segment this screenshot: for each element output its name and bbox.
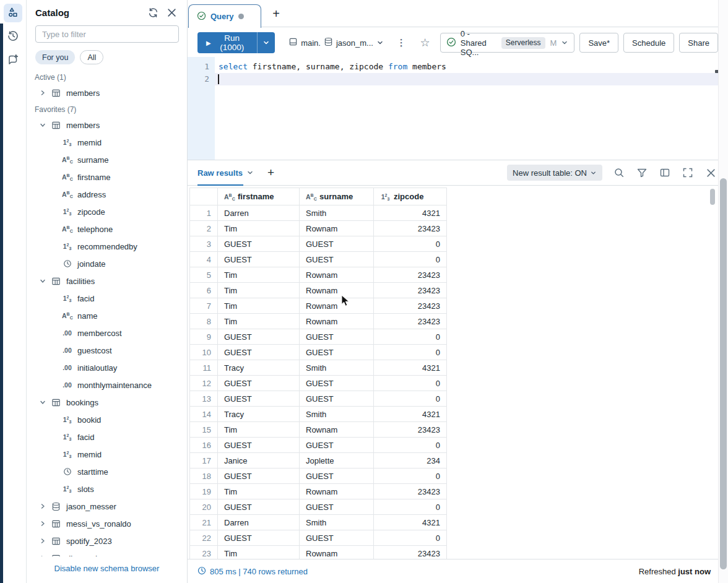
tree-item-initialoutlay[interactable]: .00initialoutlay — [27, 359, 187, 376]
chevron-right-icon[interactable] — [38, 90, 47, 96]
row-number[interactable]: 4 — [190, 252, 218, 267]
row-number[interactable]: 10 — [190, 345, 218, 360]
cell-zipcode[interactable]: 0 — [374, 530, 447, 546]
row-number[interactable]: 22 — [190, 530, 218, 546]
cell-firstname[interactable]: GUEST — [218, 391, 300, 407]
cell-firstname[interactable]: Tim — [218, 422, 300, 438]
cell-firstname[interactable]: Tim — [218, 314, 300, 329]
tree-item-spotify_2023[interactable]: spotify_2023 — [27, 532, 187, 550]
cell-zipcode[interactable]: 0 — [374, 499, 447, 515]
tree-item-firstname[interactable]: ABCfirstname — [27, 168, 187, 186]
save-button[interactable]: Save* — [579, 33, 618, 53]
row-number[interactable]: 18 — [190, 469, 218, 484]
disable-schema-browser-link[interactable]: Disable new schema browser — [54, 564, 160, 573]
row-number[interactable]: 1 — [190, 205, 218, 221]
cell-zipcode[interactable]: 23423 — [374, 546, 447, 559]
cell-firstname[interactable]: GUEST — [218, 438, 300, 453]
cell-zipcode[interactable]: 4321 — [374, 205, 447, 221]
row-number[interactable]: 2 — [190, 221, 218, 236]
results-scrollbar-thumb[interactable] — [710, 189, 715, 205]
cell-surname[interactable]: Smith — [300, 360, 374, 376]
row-number[interactable]: 21 — [190, 515, 218, 530]
cell-zipcode[interactable]: 23423 — [374, 422, 447, 438]
cell-surname[interactable]: GUEST — [300, 252, 374, 267]
cell-surname[interactable]: GUEST — [300, 530, 374, 546]
tree-item-recommendedby[interactable]: 123recommendedby — [27, 238, 187, 255]
cell-zipcode[interactable]: 23423 — [374, 221, 447, 236]
tree-item-members[interactable]: members — [27, 116, 187, 134]
column-header-zipcode[interactable]: 123zipcode — [374, 188, 447, 205]
cell-surname[interactable]: GUEST — [300, 329, 374, 345]
tree-item-monthlymaintenance[interactable]: .00monthlymaintenance — [27, 376, 187, 394]
rail-assistant-button[interactable] — [4, 51, 22, 69]
run-button[interactable]: ▶ Run (1000) — [197, 32, 257, 53]
cell-firstname[interactable]: Tracy — [218, 360, 300, 376]
row-number[interactable]: 13 — [190, 391, 218, 407]
for-you-pill[interactable]: For you — [35, 50, 75, 64]
row-number[interactable]: 7 — [190, 298, 218, 314]
cell-surname[interactable]: Rownam — [300, 546, 374, 559]
column-header-firstname[interactable]: ABCfirstname — [218, 188, 300, 205]
cell-surname[interactable]: Smith — [300, 407, 374, 422]
cell-surname[interactable]: Smith — [300, 205, 374, 221]
cell-zipcode[interactable]: 23423 — [374, 283, 447, 298]
tree-item-diamonds[interactable]: diamonds — [27, 550, 187, 556]
tree-item-facilities[interactable]: facilities — [27, 272, 187, 290]
tree-item-joindate[interactable]: joindate — [27, 255, 187, 272]
tree-item-surname[interactable]: ABCsurname — [27, 151, 187, 168]
cell-surname[interactable]: GUEST — [300, 438, 374, 453]
cell-zipcode[interactable]: 4321 — [374, 407, 447, 422]
cell-surname[interactable]: GUEST — [300, 376, 374, 391]
cell-surname[interactable]: GUEST — [300, 236, 374, 252]
cell-zipcode[interactable]: 0 — [374, 345, 447, 360]
tree-item-bookid[interactable]: 123bookid — [27, 411, 187, 428]
close-results-icon[interactable] — [704, 166, 717, 179]
row-number[interactable]: 20 — [190, 499, 218, 515]
row-number[interactable]: 14 — [190, 407, 218, 422]
cell-zipcode[interactable]: 0 — [374, 469, 447, 484]
sql-editor[interactable]: 1select firstname, surname, zipcode from… — [188, 57, 728, 160]
cell-surname[interactable]: Rownam — [300, 484, 374, 499]
catalog-filter-input[interactable] — [35, 25, 179, 43]
cell-firstname[interactable]: Tim — [218, 298, 300, 314]
cell-firstname[interactable]: Tim — [218, 484, 300, 499]
row-number[interactable]: 9 — [190, 329, 218, 345]
row-number[interactable]: 3 — [190, 236, 218, 252]
share-button[interactable]: Share — [679, 33, 718, 53]
chevron-down-icon[interactable] — [38, 122, 47, 128]
row-number[interactable]: 8 — [190, 314, 218, 329]
catalog-schema-selector[interactable]: main. jason_m... — [288, 37, 384, 48]
cell-surname[interactable]: Joplette — [300, 453, 374, 469]
more-options-kebab-icon[interactable]: ⋮ — [395, 35, 407, 50]
tree-item-bookings[interactable]: bookings — [27, 394, 187, 411]
cell-firstname[interactable]: GUEST — [218, 236, 300, 252]
cell-zipcode[interactable]: 4321 — [374, 515, 447, 530]
cell-firstname[interactable]: GUEST — [218, 499, 300, 515]
cell-firstname[interactable]: GUEST — [218, 345, 300, 360]
all-pill[interactable]: All — [80, 50, 103, 64]
cell-surname[interactable]: Rownam — [300, 283, 374, 298]
row-number[interactable]: 15 — [190, 422, 218, 438]
tree-item-jason_messer[interactable]: jason_messer — [27, 498, 187, 515]
cell-firstname[interactable]: GUEST — [218, 252, 300, 267]
filter-icon[interactable] — [636, 166, 648, 179]
row-number[interactable]: 6 — [190, 283, 218, 298]
editor-line-2[interactable]: 2 — [188, 73, 728, 85]
row-number[interactable]: 5 — [190, 267, 218, 283]
tree-item-memid[interactable]: 123memid — [27, 446, 187, 463]
rail-catalog-button[interactable] — [4, 4, 22, 22]
cell-zipcode[interactable]: 0 — [374, 376, 447, 391]
cell-firstname[interactable]: Tracy — [218, 407, 300, 422]
cell-surname[interactable]: GUEST — [300, 469, 374, 484]
column-header-surname[interactable]: ABCsurname — [300, 188, 374, 205]
raw-results-tab[interactable]: Raw results — [197, 168, 254, 178]
cell-zipcode[interactable]: 23423 — [374, 484, 447, 499]
tree-item-zipcode[interactable]: 123zipcode — [27, 203, 187, 220]
tree-item-starttime[interactable]: starttime — [27, 463, 187, 480]
cell-zipcode[interactable]: 23423 — [374, 267, 447, 283]
cell-firstname[interactable]: Darren — [218, 515, 300, 530]
tree-item-members[interactable]: members — [27, 84, 187, 101]
cell-surname[interactable]: Smith — [300, 515, 374, 530]
cell-surname[interactable]: GUEST — [300, 391, 374, 407]
rail-history-button[interactable] — [4, 27, 22, 46]
